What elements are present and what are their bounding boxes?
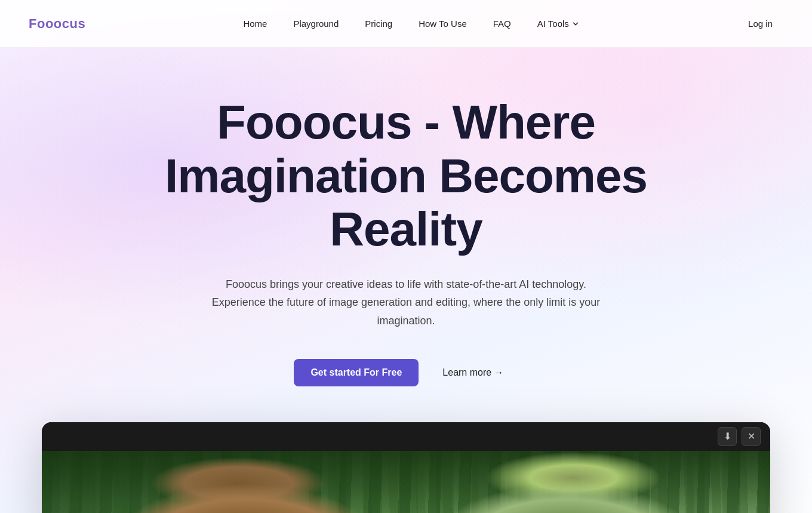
brand-logo[interactable]: Fooocus [29, 16, 85, 32]
hero-subtitle: Fooocus brings your creative ideas to li… [209, 275, 603, 330]
navbar: Fooocus Home Playground Pricing How To U… [0, 0, 812, 48]
close-button[interactable]: ✕ [742, 427, 761, 446]
hero-title: Fooocus - Where Imagination Becomes Real… [152, 96, 660, 256]
get-started-button[interactable]: Get started For Free [294, 359, 419, 386]
nav-item-playground: Playground [282, 14, 349, 33]
nav-item-ai-tools: AI Tools [527, 14, 590, 33]
preview-topbar: ⬇ ✕ [42, 422, 770, 451]
nav-item-faq: FAQ [482, 14, 522, 33]
preview-elf-scene [42, 451, 770, 513]
nav-link-how-to-use[interactable]: How To Use [408, 14, 478, 33]
close-icon: ✕ [748, 431, 755, 442]
nav-link-home[interactable]: Home [232, 14, 278, 33]
hero-section: Fooocus - Where Imagination Becomes Real… [0, 0, 812, 513]
download-button[interactable]: ⬇ [718, 427, 737, 446]
nav-link-faq[interactable]: FAQ [482, 14, 522, 33]
login-link[interactable]: Log in [737, 14, 783, 33]
preview-image [42, 451, 770, 513]
nav-item-how-to-use: How To Use [408, 14, 478, 33]
nav-item-home: Home [232, 14, 278, 33]
nav-dropdown-ai-tools[interactable]: AI Tools [527, 14, 590, 33]
nav-links: Home Playground Pricing How To Use FAQ A… [232, 14, 590, 33]
chevron-down-icon [571, 20, 580, 28]
learn-more-button[interactable]: Learn more → [428, 359, 518, 386]
hero-content: Fooocus - Where Imagination Becomes Real… [137, 48, 675, 422]
download-icon: ⬇ [724, 431, 731, 442]
nav-item-pricing: Pricing [354, 14, 403, 33]
nav-link-playground[interactable]: Playground [282, 14, 349, 33]
nav-link-pricing[interactable]: Pricing [354, 14, 403, 33]
preview-window: ⬇ ✕ [42, 422, 770, 513]
hero-cta-group: Get started For Free Learn more → [294, 359, 518, 386]
